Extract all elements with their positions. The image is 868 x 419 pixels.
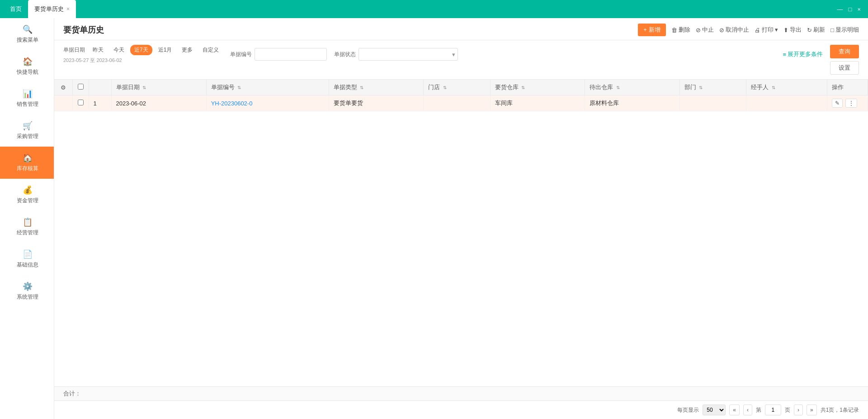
refresh-icon: ↻ <box>807 27 812 33</box>
refresh-button[interactable]: ↻ 刷新 <box>807 26 825 34</box>
window-close[interactable]: × <box>857 6 861 13</box>
td-settings <box>54 95 72 111</box>
td-order-no: YH-20230602-0 <box>206 95 329 111</box>
td-shop <box>424 95 490 111</box>
sort-pending-warehouse-icon[interactable]: ⇅ <box>616 85 620 90</box>
status-input[interactable] <box>359 48 458 61</box>
purchase-icon: 🛒 <box>23 121 33 131</box>
row-edit-button[interactable]: ✎ <box>832 99 843 108</box>
tab-home[interactable]: 首页 <box>4 0 28 18</box>
cancel-stop-icon: ⊘ <box>719 27 724 33</box>
stop-button[interactable]: ⊘ 中止 <box>696 26 714 34</box>
sort-req-warehouse-icon[interactable]: ⇅ <box>521 85 525 90</box>
th-date: 单据日期 ⇅ <box>111 80 206 95</box>
order-no-group: 单据编号 <box>230 48 327 61</box>
show-detail-button[interactable]: □ 显示明细 <box>830 26 859 34</box>
table-row: 1 2023-06-02 YH-20230602-0 要货单要货 <box>54 95 868 111</box>
date-btn-custom[interactable]: 自定义 <box>198 45 223 55</box>
top-nav-actions: — □ × <box>837 6 864 13</box>
date-btn-last7days[interactable]: 近7天 <box>130 45 152 55</box>
sidebar: 🔍 搜索菜单 🏠 快捷导航 📊 销售管理 🛒 采购管理 🏠 库存核算 💰 资金管… <box>0 18 54 419</box>
date-options: 昨天 今天 近7天 近1月 更多 自定义 <box>89 45 223 55</box>
order-no-label: 单据编号 <box>230 51 252 58</box>
sidebar-item-search-menu[interactable]: 🔍 搜索菜单 <box>0 18 54 50</box>
page-title: 要货单历史 <box>63 24 104 35</box>
th-handler: 经手人 ⇅ <box>746 80 827 95</box>
th-pending-warehouse: 待出仓库 ⇅ <box>585 80 680 95</box>
settings-button[interactable]: 设置 <box>830 61 859 75</box>
top-nav: 首页 要货单历史 × — □ × <box>0 0 868 18</box>
finance-icon: 💰 <box>23 185 33 195</box>
tab-order-history[interactable]: 要货单历史 × <box>28 0 76 18</box>
td-checkbox <box>72 95 89 111</box>
date-btn-today[interactable]: 今天 <box>109 45 128 55</box>
date-btn-yesterday[interactable]: 昨天 <box>89 45 108 55</box>
sidebar-item-purchase[interactable]: 🛒 采购管理 <box>0 114 54 147</box>
per-page-select[interactable]: 50 100 200 <box>703 405 726 415</box>
first-page-button[interactable]: « <box>729 405 740 415</box>
sidebar-item-operations[interactable]: 📋 经营管理 <box>0 211 54 243</box>
page-suffix: 页 <box>785 406 790 414</box>
td-date: 2023-06-02 <box>111 95 206 111</box>
page-input[interactable] <box>765 405 781 415</box>
export-icon: ⬆ <box>783 27 788 33</box>
table-body: 1 2023-06-02 YH-20230602-0 要货单要货 <box>54 95 868 111</box>
sidebar-item-quick-nav[interactable]: 🏠 快捷导航 <box>0 50 54 82</box>
th-no <box>89 80 111 95</box>
date-options-row: 单据日期 昨天 今天 近7天 近1月 更多 自定义 <box>63 45 223 55</box>
order-no-link[interactable]: YH-20230602-0 <box>211 100 253 107</box>
sort-dept-icon[interactable]: ⇅ <box>699 85 703 90</box>
select-all-checkbox[interactable] <box>78 84 84 90</box>
sidebar-item-basic-info[interactable]: 📄 基础信息 <box>0 243 54 275</box>
expand-conditions-btn[interactable]: ≡ 展开更多条件 <box>783 50 823 58</box>
filter-actions: 查询 设置 <box>830 45 859 75</box>
window-maximize[interactable]: □ <box>849 6 852 13</box>
new-button[interactable]: + 新增 <box>638 24 665 36</box>
cancel-stop-button[interactable]: ⊘ 取消中止 <box>719 26 749 34</box>
sales-icon: 📊 <box>23 89 33 99</box>
td-handler <box>746 95 827 111</box>
sort-order-no-icon[interactable]: ⇅ <box>237 85 241 90</box>
th-checkbox <box>72 80 89 95</box>
basic-info-icon: 📄 <box>23 249 33 259</box>
filter-bar: 单据日期 昨天 今天 近7天 近1月 更多 自定义 2023-05-27 至 2… <box>54 40 868 80</box>
main-layout: 🔍 搜索菜单 🏠 快捷导航 📊 销售管理 🛒 采购管理 🏠 库存核算 💰 资金管… <box>0 18 868 419</box>
date-btn-last1month[interactable]: 近1月 <box>154 45 176 55</box>
filter-fields: 单据日期 昨天 今天 近7天 近1月 更多 自定义 2023-05-27 至 2… <box>63 45 823 64</box>
operations-icon: 📋 <box>23 217 33 227</box>
prev-page-button[interactable]: ‹ <box>743 405 752 415</box>
th-actions: 操作 <box>827 80 868 95</box>
status-select-wrapper: ▾ <box>359 48 458 61</box>
td-type: 要货单要货 <box>329 95 424 111</box>
date-btn-more[interactable]: 更多 <box>178 45 197 55</box>
row-more-button[interactable]: ⋮ <box>845 99 857 108</box>
filter-row: 单据日期 昨天 今天 近7天 近1月 更多 自定义 2023-05-27 至 2… <box>63 45 859 75</box>
sort-date-icon[interactable]: ⇅ <box>142 85 146 90</box>
td-pending-warehouse: 原材料仓库 <box>585 95 680 111</box>
page-header: 要货单历史 + 新增 🗑 删除 ⊘ 中止 ⊘ 取消中止 🖨 <box>54 18 868 40</box>
td-dept <box>680 95 746 111</box>
th-type: 单据类型 ⇅ <box>329 80 424 95</box>
quick-nav-icon: 🏠 <box>23 57 33 67</box>
sort-handler-icon[interactable]: ⇅ <box>772 85 775 90</box>
sort-type-icon[interactable]: ⇅ <box>360 85 363 90</box>
sidebar-item-inventory[interactable]: 🏠 库存核算 <box>0 147 54 179</box>
row-checkbox[interactable] <box>78 100 84 105</box>
print-button[interactable]: 🖨 打印 ▾ <box>755 26 778 34</box>
next-page-button[interactable]: › <box>794 405 803 415</box>
sidebar-item-system[interactable]: ⚙️ 系统管理 <box>0 275 54 307</box>
order-no-input[interactable] <box>255 48 327 61</box>
sidebar-item-finance[interactable]: 💰 资金管理 <box>0 179 54 211</box>
settings-col-icon[interactable]: ⚙ <box>61 84 66 91</box>
export-button[interactable]: ⬆ 导出 <box>783 26 802 34</box>
sort-shop-icon[interactable]: ⇅ <box>443 85 447 90</box>
last-page-button[interactable]: » <box>807 405 817 415</box>
delete-button[interactable]: 🗑 删除 <box>671 26 690 34</box>
window-minimize[interactable]: — <box>837 6 843 13</box>
tab-close-icon[interactable]: × <box>66 6 70 12</box>
stop-icon: ⊘ <box>696 27 701 33</box>
query-button[interactable]: 查询 <box>830 45 859 58</box>
sidebar-item-sales[interactable]: 📊 销售管理 <box>0 82 54 114</box>
show-detail-icon: □ <box>830 27 834 33</box>
inventory-icon: 🏠 <box>23 153 33 163</box>
